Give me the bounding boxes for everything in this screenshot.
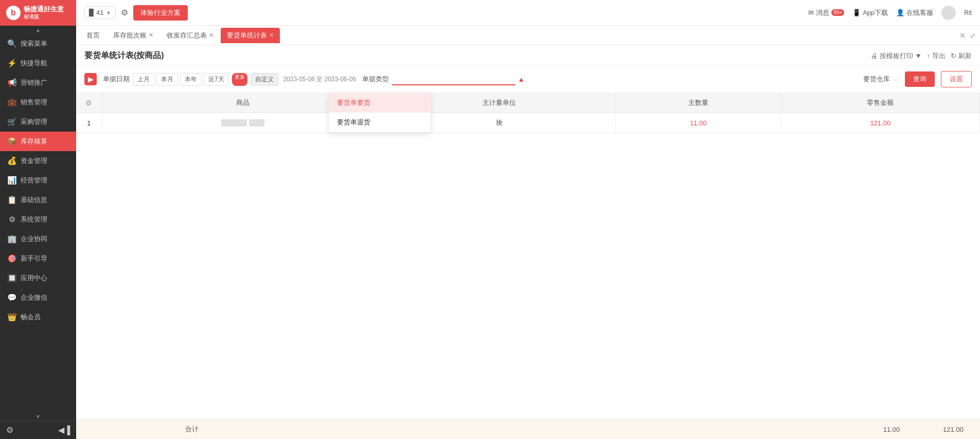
trial-button[interactable]: 体验行业方案 <box>133 5 188 21</box>
tab-2[interactable]: 收发存汇总表✕ <box>161 28 220 43</box>
tab-label-2: 收发存汇总表 <box>167 31 207 40</box>
refresh-label: 刷新 <box>958 51 972 61</box>
sidebar-item-quick[interactable]: ⚡快捷导航 <box>0 53 76 73</box>
scroll-down-indicator[interactable]: ▼ <box>0 412 76 420</box>
marketing-icon: 📢 <box>7 78 16 87</box>
export-button[interactable]: ↑ 导出 <box>927 51 946 61</box>
data-table: ⚙ 商品 主计量单位 主数量 零售金额 1 <box>76 93 980 133</box>
tab-1[interactable]: 库存批次账✕ <box>107 28 159 43</box>
filter-settings-button[interactable]: 设置 <box>941 71 972 87</box>
app-logo: b 畅捷通好生意 标准版 <box>0 0 76 26</box>
top-header: ▉ 41 ▼ ⚙ 体验行业方案 ✉ 消息 99+ 📱 App下载 👤 在线客服 … <box>76 0 980 26</box>
sidebar-item-member[interactable]: 👑畅会员 <box>0 307 76 327</box>
this-month-btn[interactable]: 本月 <box>156 73 178 86</box>
expand-tabs-icon[interactable]: ⤢ <box>970 31 976 40</box>
basic-icon: 📋 <box>7 195 16 205</box>
dropdown-item-0[interactable]: 要货单要货 <box>329 93 431 113</box>
settings-icon[interactable]: ⚙ <box>6 425 13 435</box>
tab-close-3[interactable]: ✕ <box>269 32 274 39</box>
inventory-icon: 📦 <box>7 137 16 146</box>
sidebar-item-basic[interactable]: 📋基础信息 <box>0 190 76 210</box>
table-body: 1 块 11.00 121.00 <box>76 113 980 133</box>
print-button[interactable]: 🖨 按模板打印 ▼ <box>871 51 922 61</box>
operation-icon: 📊 <box>7 176 16 185</box>
store-prefix: ▉ <box>89 9 94 16</box>
sidebar-item-system[interactable]: ⚙系统管理 <box>0 210 76 229</box>
sidebar-item-operation[interactable]: 📊经营管理 <box>0 171 76 190</box>
sidebar-bottom: ⚙ ◀▐ <box>0 420 76 439</box>
type-input[interactable] <box>392 74 515 85</box>
messages-btn[interactable]: ✉ 消息 99+ <box>808 8 844 17</box>
last-7-days-btn[interactable]: 近7天 <box>204 73 229 86</box>
gear-icon[interactable]: ⚙ <box>121 8 128 17</box>
sidebar-item-marketing[interactable]: 📢营销推广 <box>0 73 76 93</box>
last-month-btn[interactable]: 上月 <box>133 73 154 86</box>
tab-0[interactable]: 首页 <box>80 28 106 43</box>
column-settings-icon[interactable]: ⚙ <box>85 99 92 107</box>
dropdown-item-1[interactable]: 要货单退货 <box>329 113 431 132</box>
print-icon: 🖨 <box>871 52 878 60</box>
finance-icon: 💰 <box>7 156 16 166</box>
nav-label-basic: 基础信息 <box>21 195 47 205</box>
app-download-btn[interactable]: 📱 App下载 <box>852 8 888 17</box>
appstore-icon: 🔲 <box>7 273 16 283</box>
content-area: 要货单统计表(按商品) 🖨 按模板打印 ▼ ↑ 导出 ↻ 刷新 ▶ <box>76 45 980 439</box>
member-icon: 👑 <box>7 313 16 322</box>
type-dropdown-menu: 要货单要货 要货单退货 <box>328 93 431 133</box>
close-all-tabs-icon[interactable]: ✕ <box>959 31 966 40</box>
online-service-btn[interactable]: 👤 在线客服 <box>896 8 933 17</box>
sidebar-item-finance[interactable]: 💰资金管理 <box>0 151 76 171</box>
more-date-badge: 更多 <box>232 73 247 86</box>
wechat-icon: 💬 <box>7 293 16 302</box>
col-qty: 主数量 <box>616 93 781 113</box>
service-icon: 👤 <box>896 9 904 16</box>
page-title: 要货单统计表(按商品) <box>84 50 164 61</box>
export-icon: ↑ <box>927 52 931 60</box>
date-range-display: 2023-05-06 至 2023-06-06 <box>283 75 356 84</box>
warehouse-filter-label: 要货仓库 <box>863 75 890 84</box>
sidebar-item-wechat[interactable]: 💬企业微信 <box>0 288 76 307</box>
print-arrow-icon: ▼ <box>915 52 922 60</box>
refresh-button[interactable]: ↻ 刷新 <box>951 51 972 61</box>
footer-qty: 11.00 <box>871 426 912 433</box>
sidebar-item-enterprise[interactable]: 🏢企业协同 <box>0 229 76 249</box>
filter-expand-button[interactable]: ▶ <box>84 73 97 85</box>
sidebar-item-sales[interactable]: 💼销售管理 <box>0 93 76 112</box>
nav-label-inventory: 库存核算 <box>21 137 47 146</box>
tab-close-2[interactable]: ✕ <box>209 32 213 39</box>
sidebar-item-guide[interactable]: 🎯新手引导 <box>0 249 76 268</box>
date-filter-label: 单据日期 <box>103 75 130 84</box>
system-icon: ⚙ <box>7 215 16 224</box>
sidebar-item-inventory[interactable]: 📦库存核算 <box>0 132 76 151</box>
collapse-icon[interactable]: ◀▐ <box>58 425 70 435</box>
cell-qty: 11.00 <box>616 113 781 133</box>
sidebar-item-appstore[interactable]: 🔲应用中心 <box>0 268 76 288</box>
scroll-up-indicator[interactable]: ▲ <box>0 26 76 34</box>
nav-label-search: 搜索菜单 <box>21 39 47 48</box>
logo-icon: b <box>6 6 21 20</box>
tab-close-1[interactable]: ✕ <box>149 32 153 39</box>
this-year-btn[interactable]: 本年 <box>180 73 202 86</box>
date-shortcuts: 上月 本月 本年 近7天 更多 <box>133 73 247 86</box>
footer-amount: 121.00 <box>933 426 974 433</box>
type-filter-group: 单据类型 ▲ <box>362 74 525 85</box>
query-button[interactable]: 查询 <box>905 71 935 87</box>
nav-label-wechat: 企业微信 <box>21 293 47 302</box>
sidebar-item-purchase[interactable]: 🛒采购管理 <box>0 112 76 132</box>
custom-date-btn[interactable]: 自定义 <box>251 73 278 86</box>
footer-label: 合计 <box>82 425 199 434</box>
user-name: Rit <box>964 9 972 16</box>
app-download-label: App下载 <box>863 8 888 17</box>
page-actions: 🖨 按模板打印 ▼ ↑ 导出 ↻ 刷新 <box>871 51 972 61</box>
type-dropdown-icon[interactable]: ▲ <box>518 75 525 83</box>
tab-3[interactable]: 要货单统计表✕ <box>221 28 280 43</box>
sidebar-item-search[interactable]: 🔍搜索菜单 <box>0 34 76 53</box>
refresh-icon: ↻ <box>951 52 956 60</box>
table-row: 1 块 11.00 121.00 <box>76 113 980 133</box>
tab-label-3: 要货单统计表 <box>227 31 267 40</box>
table-header-row: ⚙ 商品 主计量单位 主数量 零售金额 <box>76 93 980 113</box>
user-avatar[interactable] <box>941 6 956 20</box>
warehouse-more-icon[interactable]: ··· <box>893 76 899 83</box>
quick-icon: ⚡ <box>7 59 16 68</box>
store-selector[interactable]: ▉ 41 ▼ <box>84 6 116 19</box>
